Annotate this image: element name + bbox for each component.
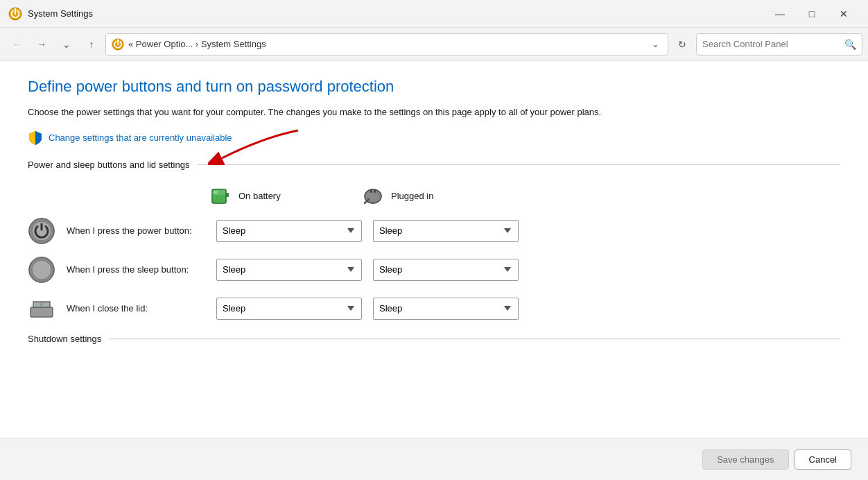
power-button-plugged-select[interactable]: Sleep Do nothing Hibernate Shut down Tur…	[373, 220, 519, 242]
page-title: Define power buttons and turn on passwor…	[28, 78, 840, 96]
back-button[interactable]: ←	[6, 33, 28, 55]
sleep-button-icon	[28, 256, 55, 284]
plugged-in-header: Plugged in	[361, 184, 513, 209]
change-settings-link[interactable]: Change settings that are currently unava…	[49, 132, 232, 143]
change-settings-section: Change settings that are currently unava…	[28, 130, 840, 146]
up-button[interactable]: ↑	[80, 33, 103, 55]
title-bar: System Settings — □ ✕	[0, 0, 868, 28]
section-title: Power and sleep buttons and lid settings	[28, 160, 189, 170]
sleep-button-battery-select[interactable]: Sleep Do nothing Hibernate Shut down Tur…	[216, 259, 362, 281]
power-button-icon	[28, 217, 55, 245]
svg-point-17	[32, 260, 51, 280]
uac-shield-icon	[28, 130, 43, 146]
lid-label: When I close the lid:	[67, 303, 205, 314]
recent-locations-button[interactable]: ⌄	[55, 33, 78, 55]
sleep-button-label: When I press the sleep button:	[67, 264, 205, 275]
window-icon	[8, 7, 22, 21]
content-area: Define power buttons and turn on passwor…	[0, 61, 868, 438]
address-path-bar[interactable]: « Power Optio... › System Settings ⌄	[105, 33, 668, 55]
column-headers: On battery Plugged in	[28, 184, 840, 209]
window-controls: — □ ✕	[764, 3, 860, 25]
lid-battery-select[interactable]: Sleep Do nothing Hibernate Shut down Tur…	[216, 298, 362, 320]
refresh-button[interactable]: ↻	[671, 33, 693, 55]
on-battery-header: On battery	[208, 184, 361, 209]
sleep-button-row: When I press the sleep button: Sleep Do …	[28, 256, 840, 284]
shutdown-section-header: Shutdown settings	[28, 334, 840, 344]
search-input[interactable]	[702, 39, 844, 49]
window-title: System Settings	[28, 8, 764, 19]
save-changes-button[interactable]: Save changes	[702, 449, 788, 470]
red-arrow-annotation	[208, 123, 305, 165]
section-header: Power and sleep buttons and lid settings	[28, 160, 840, 170]
maximize-button[interactable]: □	[796, 3, 828, 25]
shutdown-section-title: Shutdown settings	[28, 334, 101, 344]
lid-row: When I close the lid: Sleep Do nothing H…	[28, 295, 840, 323]
forward-button[interactable]: →	[31, 33, 53, 55]
plugged-in-label: Plugged in	[391, 191, 433, 201]
battery-icon	[208, 184, 233, 209]
svg-rect-19	[31, 307, 53, 317]
power-button-label: When I press the power button:	[67, 225, 205, 236]
description-text: Choose the power settings that you want …	[28, 105, 840, 119]
main-content: Define power buttons and turn on passwor…	[0, 61, 868, 480]
lid-icon	[28, 295, 55, 323]
sleep-button-plugged-select[interactable]: Sleep Do nothing Hibernate Shut down Tur…	[373, 259, 519, 281]
path-dropdown-button[interactable]: ⌄	[649, 37, 662, 51]
close-button[interactable]: ✕	[828, 3, 860, 25]
footer: Save changes Cancel	[0, 438, 868, 480]
breadcrumb-path: « Power Optio... › System Settings	[128, 39, 266, 49]
search-box: 🔍	[696, 33, 862, 55]
address-bar: ← → ⌄ ↑ « Power Optio... › System Settin…	[0, 28, 868, 61]
svg-rect-7	[214, 191, 218, 194]
cancel-button[interactable]: Cancel	[795, 449, 851, 470]
power-button-battery-select[interactable]: Sleep Do nothing Hibernate Shut down Tur…	[216, 220, 362, 242]
search-icon: 🔍	[844, 39, 856, 50]
shutdown-section-divider	[110, 338, 840, 339]
path-icon	[112, 38, 124, 51]
plug-icon	[361, 184, 385, 209]
lid-plugged-select[interactable]: Sleep Do nothing Hibernate Shut down Tur…	[373, 298, 519, 320]
on-battery-label: On battery	[238, 191, 281, 201]
power-button-row: When I press the power button: Sleep Do …	[28, 217, 840, 245]
minimize-button[interactable]: —	[764, 3, 796, 25]
